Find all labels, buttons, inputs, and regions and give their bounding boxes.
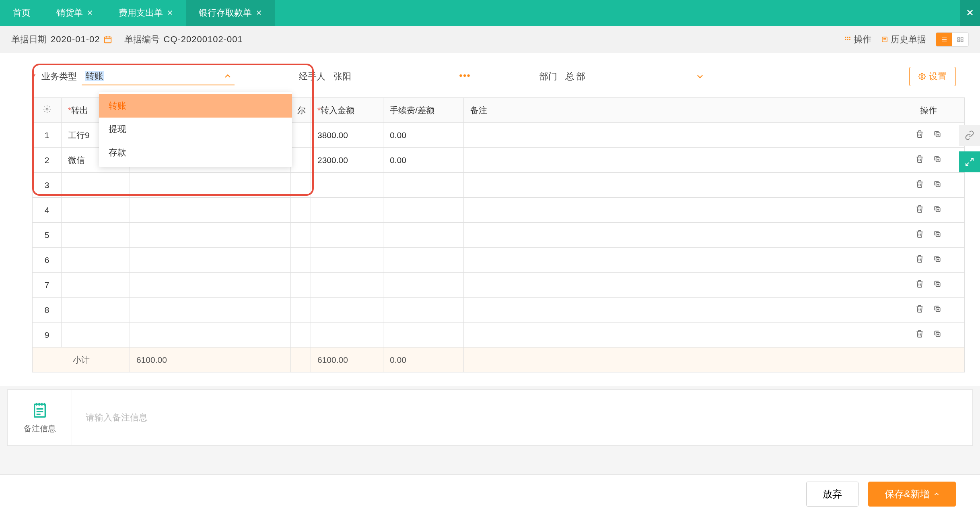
cell-remark[interactable] bbox=[464, 223, 892, 248]
cell-fee[interactable] bbox=[383, 323, 464, 348]
cell-out-account[interactable] bbox=[62, 248, 130, 273]
handler-select[interactable]: 张阳 ••• bbox=[330, 68, 475, 85]
cell-out-amount[interactable] bbox=[130, 173, 291, 198]
cell-out-amount[interactable] bbox=[130, 223, 291, 248]
cell-fee[interactable] bbox=[383, 223, 464, 248]
cell-in-account[interactable] bbox=[291, 298, 311, 323]
delete-row-button[interactable] bbox=[916, 280, 924, 288]
cell-out-account[interactable] bbox=[62, 298, 130, 323]
tab-bank[interactable]: 银行存取款单✕ bbox=[186, 0, 275, 26]
table-row[interactable]: 9 bbox=[33, 323, 965, 348]
cell-out-amount[interactable] bbox=[130, 298, 291, 323]
settings-button[interactable]: 设置 bbox=[909, 67, 956, 86]
delete-row-button[interactable] bbox=[916, 305, 924, 313]
view-grid-button[interactable] bbox=[952, 33, 968, 46]
cell-out-amount[interactable] bbox=[130, 273, 291, 298]
copy-row-button[interactable] bbox=[933, 205, 941, 213]
cell-out-account[interactable] bbox=[62, 173, 130, 198]
cell-fee[interactable] bbox=[383, 198, 464, 223]
cell-in-account[interactable] bbox=[291, 223, 311, 248]
cell-out-amount[interactable] bbox=[130, 323, 291, 348]
cell-in-account[interactable] bbox=[291, 173, 311, 198]
cell-remark[interactable] bbox=[464, 298, 892, 323]
cell-fee[interactable] bbox=[383, 248, 464, 273]
cell-in-amount[interactable] bbox=[311, 173, 383, 198]
ops-button[interactable]: 操作 bbox=[844, 33, 871, 46]
delete-row-button[interactable] bbox=[916, 255, 924, 263]
expand-button[interactable] bbox=[959, 151, 980, 172]
col-settings[interactable] bbox=[33, 98, 62, 123]
cell-in-account[interactable] bbox=[291, 123, 311, 148]
copy-row-button[interactable] bbox=[933, 305, 941, 313]
cell-out-account[interactable] bbox=[62, 223, 130, 248]
cell-in-account[interactable] bbox=[291, 148, 311, 173]
copy-row-button[interactable] bbox=[933, 255, 941, 263]
cell-fee[interactable] bbox=[383, 173, 464, 198]
calendar-icon[interactable] bbox=[103, 35, 112, 44]
discard-button[interactable]: 放弃 bbox=[806, 482, 859, 507]
cell-fee[interactable]: 0.00 bbox=[383, 148, 464, 173]
copy-row-button[interactable] bbox=[933, 155, 941, 163]
copy-row-button[interactable] bbox=[933, 180, 941, 188]
cell-fee[interactable]: 0.00 bbox=[383, 123, 464, 148]
cell-in-account[interactable] bbox=[291, 248, 311, 273]
dept-select[interactable]: 总 部 bbox=[562, 68, 707, 85]
close-icon[interactable]: ✕ bbox=[87, 8, 93, 17]
dropdown-option[interactable]: 提现 bbox=[99, 118, 292, 141]
copy-row-button[interactable] bbox=[933, 130, 941, 138]
copy-row-button[interactable] bbox=[933, 280, 941, 288]
cell-in-amount[interactable]: 3800.00 bbox=[311, 123, 383, 148]
table-row[interactable]: 4 bbox=[33, 198, 965, 223]
cell-out-amount[interactable] bbox=[130, 248, 291, 273]
copy-row-button[interactable] bbox=[933, 230, 941, 238]
close-icon[interactable]: ✕ bbox=[167, 8, 173, 17]
cell-in-account[interactable] bbox=[291, 323, 311, 348]
cell-in-amount[interactable] bbox=[311, 273, 383, 298]
tab-expense[interactable]: 费用支出单✕ bbox=[106, 0, 186, 26]
cell-in-account[interactable] bbox=[291, 273, 311, 298]
history-button[interactable]: 历史单据 bbox=[881, 33, 926, 46]
delete-row-button[interactable] bbox=[916, 155, 924, 163]
cell-in-amount[interactable]: 2300.00 bbox=[311, 148, 383, 173]
close-icon[interactable]: ✕ bbox=[256, 8, 262, 17]
window-close-button[interactable]: ✕ bbox=[960, 0, 980, 26]
cell-in-amount[interactable] bbox=[311, 223, 383, 248]
table-row[interactable]: 8 bbox=[33, 298, 965, 323]
delete-row-button[interactable] bbox=[916, 230, 924, 238]
biz-type-select[interactable]: 转账 bbox=[82, 68, 235, 85]
table-row[interactable]: 7 bbox=[33, 273, 965, 298]
cell-remark[interactable] bbox=[464, 198, 892, 223]
cell-out-account[interactable] bbox=[62, 323, 130, 348]
cell-in-amount[interactable] bbox=[311, 198, 383, 223]
remark-input[interactable] bbox=[84, 408, 960, 427]
cell-fee[interactable] bbox=[383, 273, 464, 298]
view-list-button[interactable] bbox=[936, 33, 952, 46]
delete-row-button[interactable] bbox=[916, 205, 924, 213]
save-new-button[interactable]: 保存&新增 bbox=[868, 482, 956, 507]
cell-remark[interactable] bbox=[464, 248, 892, 273]
delete-row-button[interactable] bbox=[916, 330, 924, 338]
dropdown-option[interactable]: 转账 bbox=[99, 94, 292, 118]
cell-in-amount[interactable] bbox=[311, 323, 383, 348]
copy-row-button[interactable] bbox=[933, 330, 941, 338]
table-row[interactable]: 5 bbox=[33, 223, 965, 248]
cell-out-account[interactable] bbox=[62, 273, 130, 298]
cell-remark[interactable] bbox=[464, 148, 892, 173]
delete-row-button[interactable] bbox=[916, 130, 924, 138]
cell-out-amount[interactable] bbox=[130, 198, 291, 223]
cell-in-amount[interactable] bbox=[311, 248, 383, 273]
cell-fee[interactable] bbox=[383, 298, 464, 323]
cell-in-amount[interactable] bbox=[311, 298, 383, 323]
cell-in-account[interactable] bbox=[291, 198, 311, 223]
cell-remark[interactable] bbox=[464, 323, 892, 348]
tab-home[interactable]: 首页 bbox=[0, 0, 43, 26]
table-row[interactable]: 3 bbox=[33, 173, 965, 198]
link-button[interactable] bbox=[959, 125, 980, 146]
delete-row-button[interactable] bbox=[916, 180, 924, 188]
tab-sales[interactable]: 销货单✕ bbox=[43, 0, 106, 26]
cell-remark[interactable] bbox=[464, 273, 892, 298]
cell-remark[interactable] bbox=[464, 173, 892, 198]
dropdown-option[interactable]: 存款 bbox=[99, 141, 292, 164]
cell-out-account[interactable] bbox=[62, 198, 130, 223]
date-value[interactable]: 2020-01-02 bbox=[51, 34, 100, 45]
